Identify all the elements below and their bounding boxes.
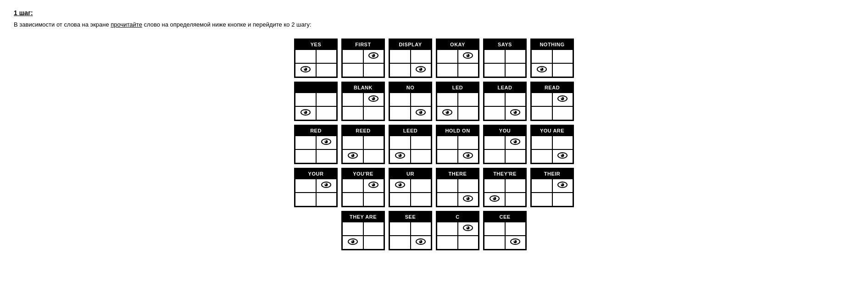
card-label-2-0: RED [295, 126, 337, 136]
eye-icon [416, 65, 426, 75]
cell-4-3-2 [458, 222, 479, 236]
card-row-2: RED REED LEED HOLD ON YOU [294, 125, 574, 164]
card-3-0[interactable]: YOUR [294, 168, 338, 207]
cell-0-2-3 [389, 63, 411, 77]
card-2-1[interactable]: REED [341, 125, 385, 164]
cell-2-3-1 [437, 136, 458, 149]
svg-point-35 [325, 140, 326, 141]
cell-0-2-2 [411, 50, 432, 63]
card-2-0[interactable]: RED [294, 125, 338, 164]
card-1-1[interactable]: BLANK [341, 82, 385, 121]
cell-0-1-2 [363, 50, 384, 63]
cell-1-2-2 [411, 93, 432, 106]
svg-point-41 [399, 154, 400, 155]
svg-point-20 [373, 97, 373, 98]
card-label-0-4: SAYS [484, 39, 526, 50]
cell-3-3-1 [437, 179, 458, 193]
cell-2-3-2 [458, 136, 479, 149]
cell-3-2-2 [411, 179, 432, 193]
card-4-4[interactable]: CEE [483, 211, 527, 250]
card-label-0-1: FIRST [342, 39, 384, 50]
card-1-4[interactable]: LEAD [483, 82, 527, 121]
eye-icon [463, 194, 473, 204]
card-2-4[interactable]: YOU [483, 125, 527, 164]
card-body-1-2 [389, 93, 431, 120]
card-0-5[interactable]: NOTHING [530, 39, 574, 78]
card-0-3[interactable]: OKAY [436, 39, 479, 78]
card-body-0-5 [531, 50, 573, 77]
card-body-1-0 [295, 93, 337, 120]
cell-0-0-1 [295, 50, 316, 63]
card-1-2[interactable]: NO [389, 82, 432, 121]
card-body-0-0 [295, 50, 337, 77]
svg-point-74 [420, 240, 421, 241]
svg-point-8 [420, 68, 421, 69]
card-2-2[interactable]: LEED [389, 125, 432, 164]
svg-point-43 [467, 154, 470, 157]
svg-point-14 [540, 68, 541, 69]
card-3-2[interactable]: UR [389, 168, 432, 207]
cell-4-2-1 [389, 222, 411, 236]
card-body-3-0 [295, 179, 337, 206]
card-1-5[interactable]: READ [530, 82, 574, 121]
eye-icon [463, 51, 473, 61]
card-4-3[interactable]: C [436, 211, 479, 250]
card-3-1[interactable]: YOU'RE [341, 168, 385, 207]
card-3-4[interactable]: THEY'RE [483, 168, 527, 207]
card-1-0[interactable] [294, 82, 338, 121]
card-body-4-4 [484, 222, 526, 249]
eye-icon [321, 181, 331, 190]
eye-icon [557, 151, 568, 161]
cell-1-0-4 [316, 106, 337, 120]
card-label-2-3: HOLD ON [437, 126, 479, 136]
eye-icon [442, 108, 452, 118]
cell-3-5-3 [531, 193, 552, 206]
svg-point-68 [562, 183, 562, 184]
card-body-2-4 [484, 136, 526, 163]
card-2-5[interactable]: YOU ARE [530, 125, 574, 164]
cell-2-5-4 [552, 149, 573, 163]
card-4-2[interactable]: SEE [389, 211, 432, 250]
card-0-4[interactable]: SAYS [483, 39, 527, 78]
cell-2-5-3 [531, 149, 552, 163]
cell-2-2-1 [389, 136, 411, 149]
card-label-1-2: NO [389, 83, 431, 93]
card-label-3-2: UR [389, 169, 431, 179]
svg-point-17 [304, 111, 305, 112]
cell-1-4-1 [484, 93, 505, 106]
eye-icon [537, 65, 547, 75]
cell-0-0-4 [316, 63, 337, 77]
card-body-3-4 [484, 179, 526, 206]
card-label-0-5: NOTHING [531, 39, 573, 50]
card-label-1-5: READ [531, 83, 573, 93]
card-label-2-5: YOU ARE [531, 126, 573, 136]
svg-point-52 [325, 183, 328, 187]
cell-2-3-3 [437, 149, 458, 163]
card-1-3[interactable]: LED [436, 82, 479, 121]
eye-icon [463, 151, 473, 161]
card-body-4-1 [342, 222, 384, 249]
card-row-0: YES FIRST DISPLAY OKAY SAYSNOTHING [294, 39, 574, 78]
cell-1-1-1 [342, 93, 363, 106]
cell-0-3-2 [458, 50, 479, 63]
cell-3-4-4 [505, 193, 526, 206]
cell-2-0-1 [295, 136, 316, 149]
card-0-2[interactable]: DISPLAY [389, 39, 432, 78]
card-label-3-5: THEIR [531, 169, 573, 179]
card-2-3[interactable]: HOLD ON [436, 125, 479, 164]
card-label-4-4: CEE [484, 212, 526, 222]
cell-4-3-4 [458, 236, 479, 249]
card-4-1[interactable]: THEY ARE [341, 211, 385, 250]
card-3-5[interactable]: THEIR [530, 168, 574, 207]
card-label-0-2: DISPLAY [389, 39, 431, 50]
cell-3-2-1 [389, 179, 411, 193]
card-0-1[interactable]: FIRST [341, 39, 385, 78]
card-3-3[interactable]: THERE [436, 168, 479, 207]
card-label-3-3: THERE [437, 169, 479, 179]
cell-2-0-4 [316, 149, 337, 163]
card-row-3: YOUR YOU'RE UR THERE THEY'RE [294, 168, 574, 207]
svg-point-19 [372, 97, 375, 100]
cell-0-1-1 [342, 50, 363, 63]
cell-4-2-3 [389, 236, 411, 249]
card-0-0[interactable]: YES [294, 39, 338, 78]
